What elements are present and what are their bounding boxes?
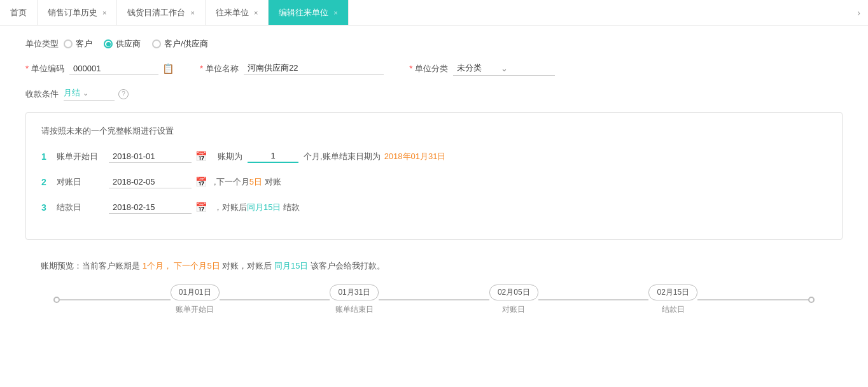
radio-supplier-label: 供应商 [116,38,141,50]
payment-help-icon[interactable]: ? [118,89,129,99]
timeline-label-01: 账单开始日 [176,304,214,315]
row-payment-date: 3 结款日 📅 ，对账后 同月15日 结款 [41,201,827,214]
timeline-label-03: 对账日 [502,304,525,315]
row2-label: 对账日 [57,176,101,188]
tab-cash-work[interactable]: 钱货日清工作台 × [117,0,205,25]
radio-both-circle [152,39,161,48]
preview-payment: 同月15日 [274,261,308,271]
timeline-end-dot [808,297,815,303]
row-start-date: 1 账单开始日 📅 账期为 个月,账单结束日期为 2018年01月31日 [41,150,827,163]
preview-period: 1个月， [143,261,172,271]
row3-label: 结款日 [57,202,101,213]
radio-group: 客户 供应商 客户/供应商 [64,38,208,50]
category-star: * [409,64,412,73]
reconcile-date-input[interactable] [109,176,192,188]
code-label: 单位编码 [31,63,64,74]
code-group: * 单位编码 📋 [25,62,174,75]
category-dropdown[interactable]: 未分类 ⌄ [453,61,555,76]
tab-home-label: 首页 [10,7,27,18]
preview-reconcile: 下一个月5日 [174,261,220,271]
code-calendar-icon[interactable]: 📋 [162,63,174,74]
timeline-line1 [60,299,171,300]
unit-type-label: 单位类型 [25,38,59,50]
tab-edit-partner[interactable]: 编辑往来单位 × [269,0,348,25]
preview-suffix: 该客户会给我打款。 [311,261,385,271]
tabs-arrow[interactable]: › [850,8,868,18]
category-value: 未分类 [457,62,482,74]
payment-day: 同月15日 [247,202,281,213]
timeline-line3 [379,299,489,300]
payment-date-input[interactable] [109,201,192,214]
name-star: * [200,64,203,73]
reconcile-day: 5日 [249,176,262,188]
row2-num: 2 [41,177,57,187]
timeline-line4 [538,299,649,300]
start-date-input[interactable] [109,150,192,163]
start-date-calendar-icon[interactable]: 📅 [195,151,207,162]
payment-row: 收款条件 月结 ⌄ ? [25,87,843,101]
reconcile-suffix: 对账 [265,176,281,188]
tab-cash-work-label: 钱货日清工作台 [127,7,185,18]
code-star: * [25,64,29,73]
end-date-display: 2018年01月31日 [384,151,446,162]
row3-num: 3 [41,202,57,213]
tab-partner[interactable]: 往来单位 × [206,0,269,25]
row1-label: 账单开始日 [57,151,101,162]
timeline-badge-04: 02月15日 [648,285,697,300]
preview-text: 账期预览：当前客户账期是 1个月， 下一个月5日 对账，对账后 同月15日 该客… [41,260,827,272]
preview-prefix: 账期预览：当前客户账期是 [41,261,140,271]
timeline-badge-01: 01月01日 [171,285,220,300]
tab-sales-history-label: 销售订单历史 [48,7,97,18]
radio-customer-label: 客户 [76,38,92,50]
timeline-start-dot [53,297,60,303]
period-suffix: 个月,账单结束日期为 [304,151,381,162]
payment-suffix: 结款 [283,202,300,213]
period-input[interactable] [248,150,298,163]
settings-section: 请按照未来的一个完整帐期进行设置 1 账单开始日 📅 账期为 个月,账单结束日期… [25,112,843,240]
radio-customer[interactable]: 客户 [64,38,92,50]
timeline-line2 [220,299,330,300]
tab-partner-close[interactable]: × [254,9,258,17]
tab-edit-partner-close[interactable]: × [333,9,337,17]
payment-chevron-icon: ⌄ [83,89,88,97]
radio-both[interactable]: 客户/供应商 [152,38,208,50]
radio-both-label: 客户/供应商 [164,38,208,50]
tab-sales-history-close[interactable]: × [102,9,106,17]
timeline-label-02: 账单结束日 [335,304,374,315]
timeline-badge-03: 02月05日 [489,285,538,300]
tabs-bar: 首页 销售订单历史 × 钱货日清工作台 × 往来单位 × 编辑往来单位 × › [0,0,868,25]
payment-dropdown[interactable]: 月结 ⌄ [64,87,115,101]
row1-num: 1 [41,151,57,162]
preview-section: 账期预览：当前客户账期是 1个月， 下一个月5日 对账，对账后 同月15日 该客… [25,250,843,325]
timeline-node-03: 02月05日 对账日 [489,285,538,315]
category-label: 单位分类 [415,63,448,74]
timeline-node-02: 01月31日 账单结束日 [330,285,379,315]
reconcile-prefix: ,下一个月 [214,176,249,188]
unit-type-row: 单位类型 客户 供应商 客户/供应商 [25,38,843,50]
radio-customer-circle [64,39,73,48]
payment-date-calendar-icon[interactable]: 📅 [195,202,207,213]
reconcile-date-calendar-icon[interactable]: 📅 [195,176,207,188]
period-prefix: 账期为 [218,151,242,162]
name-input[interactable] [244,62,384,75]
tab-sales-history[interactable]: 销售订单历史 × [38,0,117,25]
code-input[interactable] [69,62,158,75]
row-reconcile-date: 2 对账日 📅 ,下一个月 5日 对账 [41,176,827,188]
radio-supplier[interactable]: 供应商 [104,38,141,50]
timeline-label-04: 结款日 [662,304,685,315]
category-group: * 单位分类 未分类 ⌄ [409,61,555,76]
tab-cash-work-close[interactable]: × [190,9,194,17]
timeline-badge-02: 01月31日 [330,285,379,300]
tab-partner-label: 往来单位 [216,7,249,18]
tab-edit-partner-label: 编辑往来单位 [279,7,328,18]
name-group: * 单位名称 [200,62,384,75]
fields-row: * 单位编码 📋 * 单位名称 * 单位分类 未分类 ⌄ [25,61,843,76]
timeline: 01月01日 账单开始日 01月31日 账单结束日 02月05日 对账日 02月… [41,285,827,315]
timeline-node-01: 01月01日 账单开始日 [171,285,220,315]
name-label: 单位名称 [206,63,239,74]
category-chevron-icon: ⌄ [501,64,508,73]
main-content: 单位类型 客户 供应商 客户/供应商 * 单位编码 📋 * 单位名称 [0,25,868,387]
tab-home[interactable]: 首页 [0,0,38,25]
preview-mid: 对账，对账后 [222,261,272,271]
payment-prefix: ，对账后 [214,202,247,213]
